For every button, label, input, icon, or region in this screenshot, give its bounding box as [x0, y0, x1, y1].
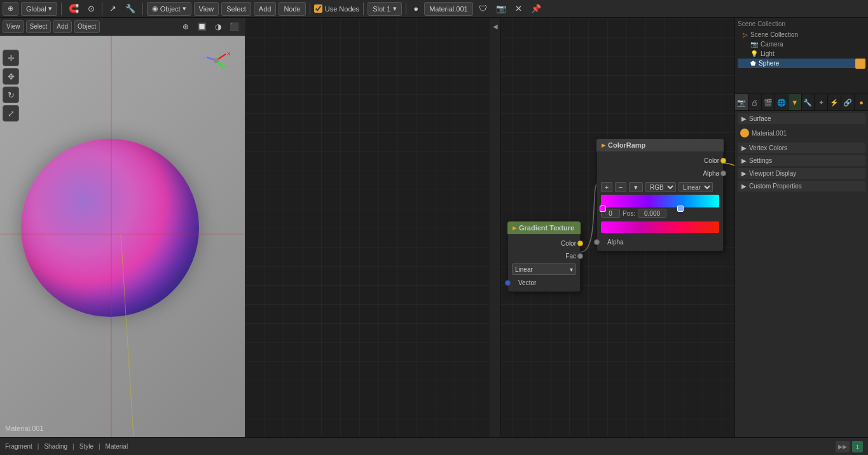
- add-label: Add: [259, 5, 272, 13]
- gradient-vector-label: Vector: [512, 279, 576, 286]
- prop-tab-object[interactable]: ▼: [789, 94, 802, 111]
- gradient-color-socket[interactable]: [577, 241, 583, 246]
- colorramp-add-btn[interactable]: +: [601, 182, 612, 192]
- proportional-btn[interactable]: ⊙: [85, 2, 98, 16]
- material-name-display: Material.001: [740, 129, 863, 137]
- settings-section-label: Settings: [749, 157, 772, 164]
- gradient-stop-right[interactable]: [677, 206, 684, 212]
- rotate-tool[interactable]: ↻: [3, 87, 19, 103]
- use-nodes-checkbox[interactable]: Use Nodes: [314, 4, 359, 13]
- transform-orientation-btn[interactable]: Global ▾: [21, 2, 57, 16]
- camera-icon[interactable]: 📷: [493, 2, 509, 16]
- outliner-light[interactable]: 💡 Light: [738, 49, 865, 59]
- colorramp-linear-select[interactable]: Linear: [679, 182, 713, 192]
- prop-tab-world[interactable]: 🌐: [775, 94, 789, 111]
- snap-btn[interactable]: 🧲: [65, 2, 82, 16]
- colorramp-alpha-row: Alpha: [597, 167, 723, 179]
- prop-section-viewport[interactable]: ▶ Viewport Display: [738, 168, 865, 179]
- object-mode-btn[interactable]: ◉ Object ▾: [147, 2, 191, 16]
- colorramp-alpha-label: Alpha: [601, 170, 719, 177]
- vp-add-btn[interactable]: Add: [53, 20, 72, 33]
- prop-section-surface[interactable]: ▶ Surface: [738, 113, 865, 124]
- prop-tab-render[interactable]: 📷: [735, 94, 748, 111]
- bottom-status-bar: Fragment | Shading | Style | Material ▶▶…: [0, 437, 868, 455]
- vp-shading2-btn[interactable]: ⬛: [226, 20, 242, 34]
- view-menu-btn[interactable]: View: [194, 2, 219, 16]
- settings-section-icon: ▶: [741, 157, 747, 164]
- bottom-shading[interactable]: Shading: [44, 443, 67, 450]
- sphere-icon[interactable]: ●: [410, 2, 422, 16]
- outliner-panel: Scene Collection ▷ Scene Collection 📷 Ca…: [735, 18, 868, 94]
- outliner-scene[interactable]: ▷ Scene Collection: [738, 30, 865, 39]
- material-slot-dropdown[interactable]: Slot 1 ▾: [368, 2, 402, 16]
- cursor-tool[interactable]: ✛: [3, 50, 19, 66]
- prop-tab-modifier[interactable]: 🔧: [802, 94, 815, 111]
- gradient-bar[interactable]: [601, 195, 719, 207]
- bottom-frame-indicator[interactable]: 1: [852, 441, 863, 452]
- gradient-stop-left[interactable]: [600, 206, 606, 212]
- pivot-btn[interactable]: ⊕: [3, 2, 18, 16]
- close-mat-btn[interactable]: ✕: [512, 2, 525, 16]
- colorramp-rgb-select[interactable]: RGB: [645, 182, 676, 192]
- tools-icon[interactable]: 🔧: [122, 2, 139, 16]
- prop-tab-particles[interactable]: ✦: [815, 94, 828, 111]
- transform-icon[interactable]: ↗: [106, 2, 120, 16]
- vp-select-btn[interactable]: Select: [26, 20, 52, 33]
- bottom-fragment[interactable]: Fragment: [5, 443, 32, 450]
- colorramp-fac-socket[interactable]: [594, 239, 600, 245]
- gradient-vector-socket[interactable]: [505, 280, 511, 286]
- gradient-type-arrow: ▾: [570, 266, 573, 273]
- prop-tab-physics[interactable]: ⚡: [828, 94, 841, 111]
- outliner-scene-label: Scene Collection: [750, 31, 798, 38]
- colorramp-menu-btn[interactable]: ▾: [629, 182, 643, 192]
- gradient-type-dropdown[interactable]: Linear ▾: [512, 263, 576, 275]
- vp-gizmo-btn[interactable]: 🔲: [194, 20, 210, 34]
- frame-label: 1: [856, 444, 859, 450]
- vp-object-btn[interactable]: Object: [74, 20, 100, 33]
- scene-icon: ▷: [743, 31, 748, 38]
- bottom-style[interactable]: Style: [79, 443, 93, 450]
- colorramp-header[interactable]: ▶ ColorRamp: [596, 139, 724, 151]
- collapse-arrow[interactable]: ◀: [493, 20, 498, 32]
- gradient-collapse-tri: ▶: [513, 225, 516, 231]
- camera-icon-outliner: 📷: [750, 41, 758, 48]
- bottom-material[interactable]: Material: [106, 443, 128, 450]
- colorramp-fac-label: Alpha: [601, 239, 719, 246]
- node-menu-btn[interactable]: Node: [279, 2, 305, 16]
- viewport-panel: View Select Add Object ⊕ 🔲 ◑ ⬛ ✛ ✥ ↻ ⤢: [0, 18, 245, 437]
- add-menu-btn[interactable]: Add: [254, 2, 277, 16]
- colorramp-remove-btn[interactable]: −: [615, 182, 626, 192]
- prop-tab-constraints[interactable]: 🔗: [841, 94, 855, 111]
- light-icon: 💡: [750, 50, 758, 57]
- outliner-sphere[interactable]: ⬟ Sphere: [738, 59, 865, 68]
- colorramp-color-socket[interactable]: [720, 158, 726, 164]
- gradient-fac-socket[interactable]: [577, 253, 583, 259]
- vp-view-btn[interactable]: View: [3, 20, 24, 33]
- vp-shading-btn[interactable]: ◑: [212, 20, 224, 34]
- pin-icon[interactable]: 📌: [528, 2, 544, 16]
- node-editor[interactable]: ◀ ▶ ColorRamp Col: [245, 18, 734, 437]
- vp-overlay-btn[interactable]: ⊕: [179, 20, 192, 34]
- axis-indicator: X Y Z: [200, 45, 232, 76]
- outliner-camera[interactable]: 📷 Camera: [738, 39, 865, 49]
- bottom-icon-1[interactable]: ▶▶: [836, 441, 850, 452]
- gradient-texture-node[interactable]: ▶ Gradient Texture Color Fac Line: [507, 221, 581, 292]
- move-tool[interactable]: ✥: [3, 68, 19, 85]
- prop-tab-output[interactable]: 🖨: [748, 94, 762, 111]
- select-label: Select: [226, 5, 246, 13]
- pivot-icon: ⊕: [8, 4, 13, 13]
- prop-section-vertex[interactable]: ▶ Vertex Colors: [738, 143, 865, 153]
- prop-tab-scene[interactable]: 🎬: [762, 94, 775, 111]
- colorramp-pos-value[interactable]: [638, 209, 666, 218]
- scale-tool[interactable]: ⤢: [3, 105, 19, 122]
- prop-tab-material[interactable]: ●: [855, 94, 868, 111]
- orientation-arrow: ▾: [48, 4, 52, 13]
- prop-section-custom[interactable]: ▶ Custom Properties: [738, 181, 865, 192]
- colorramp-node[interactable]: ▶ ColorRamp Color Alpha +: [596, 139, 724, 251]
- select-menu-btn[interactable]: Select: [221, 2, 251, 16]
- material-name-field[interactable]: Material.001: [424, 2, 473, 16]
- gradient-texture-header[interactable]: ▶ Gradient Texture: [507, 221, 581, 234]
- prop-section-settings[interactable]: ▶ Settings: [738, 155, 865, 166]
- shield-icon[interactable]: 🛡: [476, 2, 490, 16]
- colorramp-alpha-socket[interactable]: [720, 171, 726, 176]
